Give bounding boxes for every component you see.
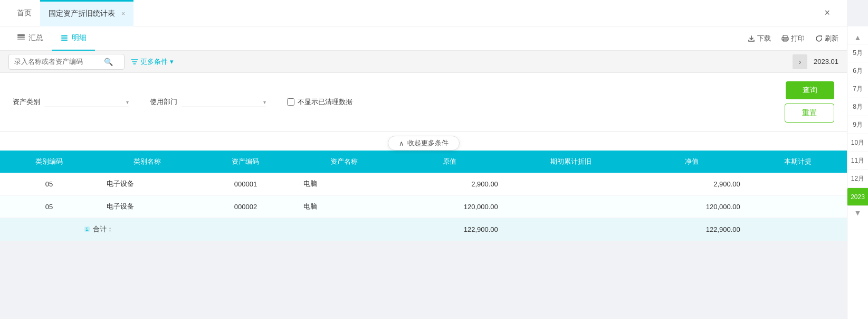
chevron-up-icon: ∧ — [399, 139, 404, 147]
total-label-cell: Σ 合计： — [0, 218, 196, 241]
cell-cat-name-1: 电子设备 — [98, 173, 196, 195]
cell-period-dep-2 — [749, 195, 847, 218]
sub-tabs-bar: 汇总 明细 下载 — [0, 26, 847, 51]
svg-rect-4 — [61, 37, 68, 39]
cell-net-val-1: 2,900.00 — [635, 173, 749, 195]
summary-tab-label: 汇总 — [28, 33, 43, 43]
right-sidebar: ▲ 5月 6月 7月 8月 9月 10月 11月 12月 2023 ▼ — [847, 26, 868, 319]
cell-asset-code-2: 000002 — [196, 195, 294, 218]
cell-acc-dep-2 — [507, 195, 635, 218]
window-close-icon[interactable]: × — [816, 7, 838, 18]
cell-asset-name-1: 电脑 — [295, 173, 393, 195]
tab-label: 固定资产折旧统计表 — [49, 9, 115, 18]
layers-icon — [17, 34, 25, 42]
download-icon — [748, 35, 755, 42]
tab-close-icon[interactable]: × — [121, 10, 125, 17]
sidebar-month-6[interactable]: 6月 — [847, 62, 869, 80]
search-icon[interactable]: 🔍 — [104, 58, 113, 66]
svg-rect-1 — [17, 39, 25, 40]
svg-rect-2 — [17, 34, 25, 36]
sidebar-month-8[interactable]: 8月 — [847, 98, 869, 116]
collapse-bar: ∧ 收起更多条件 — [0, 132, 847, 151]
cell-cat-code-2: 05 — [0, 195, 98, 218]
hide-cleared-checkbox[interactable] — [287, 98, 294, 106]
sidebar-month-5[interactable]: 5月 — [847, 44, 869, 62]
cell-orig-val-2: 120,000.00 — [393, 195, 507, 218]
query-button[interactable]: 查询 — [786, 81, 834, 99]
search-input-wrap: 🔍 — [8, 54, 125, 70]
svg-text:Σ: Σ — [85, 227, 89, 232]
filter-icon — [131, 58, 138, 65]
sidebar-up-icon[interactable]: ▲ — [847, 31, 869, 44]
sidebar-year-2023[interactable]: 2023 — [847, 188, 869, 206]
nav-arrow-right[interactable]: › — [793, 54, 807, 69]
sidebar-month-10[interactable]: 10月 — [847, 134, 869, 152]
collapse-label: 收起更多条件 — [407, 138, 449, 148]
sidebar-down-icon[interactable]: ▼ — [847, 206, 869, 220]
tab-detail[interactable]: 明细 — [52, 26, 95, 51]
search-input[interactable] — [14, 58, 104, 65]
department-filter: 使用部门 ▾ — [150, 97, 266, 107]
total-period-dep — [749, 218, 847, 241]
print-icon — [781, 35, 789, 42]
hide-cleared-label: 不显示已清理数据 — [298, 97, 352, 107]
top-nav: 首页 固定资产折旧统计表 × × — [0, 0, 847, 26]
table-total-row: Σ 合计： 122,900.00 122,900.00 — [0, 218, 847, 241]
col-accumulated-dep: 期初累计折旧 — [507, 151, 635, 173]
total-acc-dep — [507, 218, 635, 241]
col-net-value: 净值 — [635, 151, 749, 173]
col-category-name: 类别名称 — [98, 151, 196, 173]
cell-period-dep-1 — [749, 173, 847, 195]
refresh-button[interactable]: 刷新 — [815, 34, 838, 43]
total-orig-val: 122,900.00 — [393, 218, 507, 241]
svg-point-9 — [787, 38, 788, 39]
cell-cat-name-2: 电子设备 — [98, 195, 196, 218]
department-label: 使用部门 — [150, 97, 177, 107]
sidebar-month-12[interactable]: 12月 — [847, 170, 869, 188]
filter-row: 资产类别 ▾ 使用部门 ▾ 不显示已清理数 — [13, 81, 834, 123]
chevron-right-icon: › — [799, 58, 802, 66]
svg-rect-5 — [61, 40, 68, 41]
cell-asset-code-1: 000001 — [196, 173, 294, 195]
table-row: 05 电子设备 000002 电脑 120,000.00 120,000.00 — [0, 195, 847, 218]
table-header-row: 类别编码 类别名称 资产编码 资产名称 原值 期初累计折旧 净值 本期计提 — [0, 151, 847, 173]
reset-button[interactable]: 重置 — [785, 104, 834, 123]
search-bar: 🔍 更多条件 ▾ › 2023.01 — [0, 51, 847, 73]
download-button[interactable]: 下载 — [748, 34, 771, 43]
asset-category-label: 资产类别 — [13, 97, 40, 107]
chevron-down-icon: ▾ — [170, 58, 174, 65]
col-category-code: 类别编码 — [0, 151, 98, 173]
hide-cleared-filter: 不显示已清理数据 — [287, 97, 352, 107]
toolbar-right: 下载 打印 刷新 — [748, 34, 838, 43]
cell-acc-dep-1 — [507, 173, 635, 195]
asset-category-filter: 资产类别 ▾ — [13, 97, 129, 107]
more-conditions-button[interactable]: 更多条件 ▾ — [131, 57, 174, 67]
table-row: 05 电子设备 000001 电脑 2,900.00 2,900.00 — [0, 173, 847, 195]
home-tab[interactable]: 首页 — [8, 8, 40, 18]
refresh-icon — [815, 35, 823, 42]
collapse-button[interactable]: ∧ 收起更多条件 — [388, 136, 460, 151]
asset-category-select-wrap: ▾ — [44, 97, 129, 107]
date-label: 2023.01 — [814, 58, 838, 65]
table-wrap: 类别编码 类别名称 资产编码 资产名称 原值 期初累计折旧 净值 本期计提 05… — [0, 151, 847, 241]
col-period-dep: 本期计提 — [749, 151, 847, 173]
sidebar-month-9[interactable]: 9月 — [847, 116, 869, 134]
department-select-wrap: ▾ — [182, 97, 266, 107]
cell-net-val-2: 120,000.00 — [635, 195, 749, 218]
sidebar-month-11[interactable]: 11月 — [847, 152, 869, 170]
detail-tab-label: 明细 — [72, 33, 87, 43]
list-icon — [60, 34, 69, 42]
asset-table: 类别编码 类别名称 资产编码 资产名称 原值 期初累计折旧 净值 本期计提 05… — [0, 151, 847, 241]
asset-category-select[interactable] — [44, 97, 129, 107]
filter-area: 资产类别 ▾ 使用部门 ▾ 不显示已清理数 — [0, 73, 847, 132]
tab-summary[interactable]: 汇总 — [8, 26, 52, 51]
cell-asset-name-2: 电脑 — [295, 195, 393, 218]
sidebar-month-7[interactable]: 7月 — [847, 80, 869, 98]
department-select[interactable] — [182, 97, 266, 107]
total-net-val: 122,900.00 — [635, 218, 749, 241]
print-button[interactable]: 打印 — [781, 34, 805, 43]
col-original-value: 原值 — [393, 151, 507, 173]
active-tab[interactable]: 固定资产折旧统计表 × — [40, 0, 133, 26]
col-asset-code: 资产编码 — [196, 151, 294, 173]
cell-cat-code-1: 05 — [0, 173, 98, 195]
